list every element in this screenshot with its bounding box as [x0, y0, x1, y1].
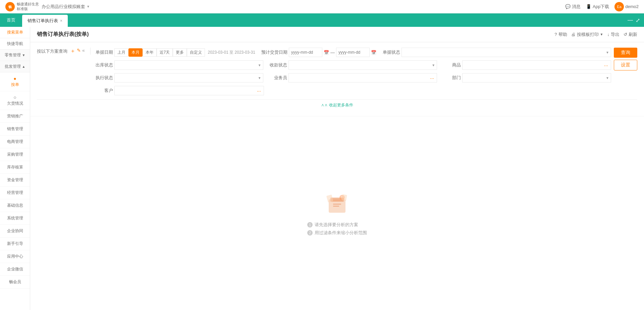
- print-dropdown-icon: ▼: [600, 33, 603, 36]
- date-quick-buttons: 上月 本月 本年 近7天 更多 自定义: [114, 48, 205, 57]
- filter-action-buttons: 查询 设置: [614, 48, 637, 70]
- wholesale-expand-icon: ▲: [22, 65, 25, 68]
- print-button[interactable]: 🖨 按模板打印 ▼: [571, 32, 603, 38]
- date-btn-last-month[interactable]: 上月: [114, 48, 128, 57]
- sidebar-item-wholesale[interactable]: 批发管理 ▲: [0, 61, 30, 72]
- date-btn-current-year[interactable]: 本年: [143, 48, 157, 57]
- salesperson-dots-icon[interactable]: ···: [430, 75, 434, 81]
- message-button[interactable]: 💬 消息: [565, 4, 581, 10]
- date-btn-7days[interactable]: 近7天: [157, 48, 173, 57]
- sidebar-item-inventory[interactable]: 库存核算: [0, 161, 30, 174]
- forecast-date-label: 预计交货日期: [261, 49, 287, 55]
- sidebar-search[interactable]: 搜索菜单: [0, 27, 30, 38]
- scheme-selector: 按以下方案查询 ＋ ✎ «: [37, 48, 91, 55]
- tab-close-icon[interactable]: ×: [60, 18, 62, 23]
- sidebar-item-system[interactable]: 系统管理: [0, 212, 30, 225]
- sidebar-item-finance[interactable]: 资金管理: [0, 174, 30, 187]
- date-range-text: 2023-03-01 至 2023-03-31: [208, 50, 255, 55]
- tab-home[interactable]: 首页: [0, 13, 22, 27]
- sidebar-item-enterprise[interactable]: 企业协同: [0, 225, 30, 238]
- dept-label: 部门: [442, 75, 461, 81]
- out-status-select[interactable]: [114, 60, 263, 70]
- exec-status-select[interactable]: [114, 73, 263, 83]
- avatar: Ea: [614, 2, 624, 11]
- filter-main: 单据日期 上月 本月 本年 近7天 更多 自定义 2023-03-01 至 20…: [95, 48, 611, 95]
- add-scheme-button[interactable]: ＋: [70, 48, 75, 55]
- export-icon: ↓: [607, 32, 610, 37]
- edit-scheme-button[interactable]: ✎: [77, 48, 81, 55]
- export-button[interactable]: ↓ 导出: [607, 32, 620, 38]
- out-status-label: 出库状态: [95, 62, 113, 68]
- customer-label: 客户: [95, 88, 113, 94]
- download-icon: 📱: [586, 4, 591, 9]
- page-header: 销售订单执行表(按单) ? 帮助 🖨 按模板打印 ▼ ↓ 导出 ↺ 刷新: [30, 27, 644, 42]
- order-icon: ●: [13, 76, 16, 81]
- user-menu[interactable]: Ea demo2: [614, 2, 639, 11]
- date-btn-current-month[interactable]: 本月: [128, 48, 143, 57]
- salesperson-label: 业务员: [269, 75, 287, 81]
- app-title: 办公用品行业模拟账套: [42, 4, 85, 10]
- forecast-date-start[interactable]: [289, 48, 322, 57]
- svg-rect-4: [333, 204, 341, 205]
- sidebar-subitem-欠货情况[interactable]: ○ 欠货情况: [0, 91, 30, 110]
- date-btn-custom[interactable]: 自定义: [187, 48, 205, 57]
- settings-button[interactable]: 设置: [614, 60, 637, 70]
- logo-text: 畅捷通好生意 标准版: [17, 2, 39, 11]
- empty-tip-2: 2 用过滤条件来缩小分析范围: [307, 230, 367, 236]
- svg-rect-8: [326, 194, 333, 202]
- svg-rect-5: [333, 206, 339, 207]
- shortage-icon: ○: [13, 95, 16, 100]
- collect-status-label: 收款状态: [269, 62, 287, 68]
- collapse-scheme-button[interactable]: «: [82, 48, 85, 55]
- empty-state: ! 1 请先选择要分析的方案 2 用过滤条件来缩小分析范围: [30, 116, 644, 310]
- goods-label: 商品: [442, 62, 461, 68]
- sidebar-item-apps[interactable]: 应用中心: [0, 250, 30, 263]
- empty-illustration: !: [324, 191, 351, 218]
- app-title-dropdown-icon: ▼: [87, 5, 90, 8]
- sidebar-item-newbie[interactable]: 新手引导: [0, 238, 30, 250]
- filter-area: 按以下方案查询 ＋ ✎ « 单据日期 上: [30, 42, 644, 116]
- sidebar-nav[interactable]: 快捷导航: [0, 38, 30, 50]
- tab-expand-icon[interactable]: ⤢: [636, 17, 640, 23]
- app-download-button[interactable]: 📱 App下载: [586, 4, 609, 10]
- help-button[interactable]: ? 帮助: [554, 32, 567, 38]
- dept-select[interactable]: [462, 73, 611, 83]
- sidebar-item-wechat[interactable]: 企业微信: [0, 263, 30, 276]
- sidebar-item-retail[interactable]: 零售管理 ▼: [0, 50, 30, 61]
- refresh-button[interactable]: ↺ 刷新: [624, 32, 637, 38]
- filter-collapse-button[interactable]: ∧∧ 收起更多条件: [37, 99, 637, 111]
- page-actions: ? 帮助 🖨 按模板打印 ▼ ↓ 导出 ↺ 刷新: [554, 32, 637, 42]
- refresh-icon: ↺: [624, 32, 627, 37]
- retail-expand-icon: ▼: [22, 53, 25, 57]
- help-icon: ?: [554, 32, 557, 37]
- tab-sales-order[interactable]: 销售订单执行表 ×: [22, 15, 68, 27]
- tab-minimize-icon[interactable]: —: [628, 17, 633, 23]
- sidebar-item-marketing[interactable]: 营销推广: [0, 110, 30, 123]
- collect-status-select[interactable]: [288, 60, 437, 70]
- sidebar-item-purchase[interactable]: 采购管理: [0, 148, 30, 161]
- empty-tips: 1 请先选择要分析的方案 2 用过滤条件来缩小分析范围: [307, 222, 367, 236]
- date-btn-more[interactable]: 更多: [173, 48, 187, 57]
- svg-text:畅: 畅: [8, 5, 12, 9]
- sidebar-item-operations[interactable]: 经营管理: [0, 187, 30, 199]
- query-button[interactable]: 查询: [614, 48, 637, 58]
- forecast-date-end-icon[interactable]: 📅: [371, 50, 376, 55]
- empty-content: ! 1 请先选择要分析的方案 2 用过滤条件来缩小分析范围: [307, 191, 367, 236]
- app-title-area[interactable]: 办公用品行业模拟账套 ▼: [42, 4, 90, 10]
- sidebar-item-member[interactable]: 畅会员: [0, 276, 30, 289]
- bill-status-select[interactable]: [401, 48, 611, 57]
- scheme-title: 按以下方案查询: [37, 48, 67, 54]
- empty-tip-1: 1 请先选择要分析的方案: [307, 222, 367, 228]
- forecast-date-start-icon[interactable]: 📅: [324, 50, 329, 55]
- sidebar-item-sales[interactable]: 销售管理: [0, 123, 30, 136]
- message-icon: 💬: [565, 4, 571, 9]
- customer-dots-icon[interactable]: ···: [257, 88, 261, 94]
- sidebar-subitem-按单[interactable]: ● 按单: [0, 72, 30, 91]
- goods-dots-icon[interactable]: ···: [604, 62, 608, 68]
- sidebar-item-basic[interactable]: 基础信息: [0, 199, 30, 212]
- date-label: 单据日期: [95, 49, 113, 55]
- logo-icon: 畅: [5, 2, 15, 11]
- forecast-date-end[interactable]: [336, 48, 370, 57]
- bill-status-label: 单据状态: [382, 49, 400, 55]
- sidebar-item-ecommerce[interactable]: 电商管理: [0, 136, 30, 148]
